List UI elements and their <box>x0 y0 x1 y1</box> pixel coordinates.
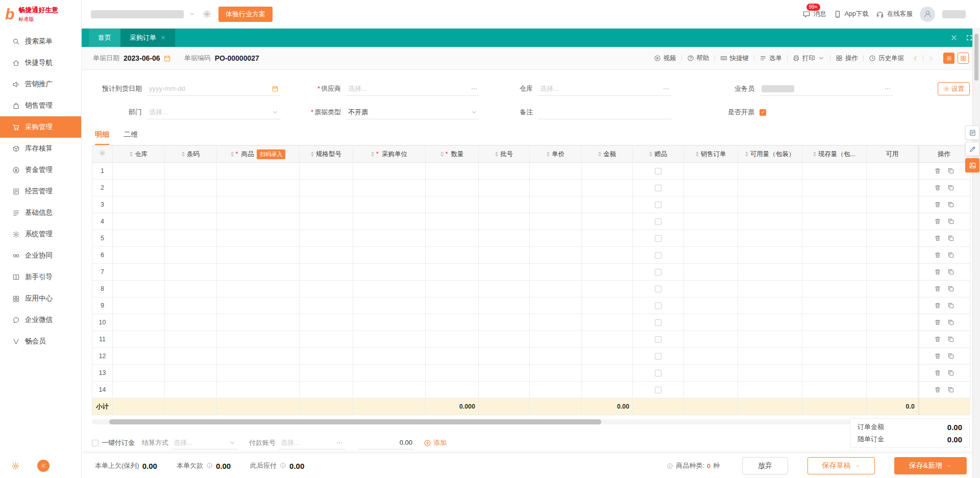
grid-cell-barcode[interactable] <box>165 163 217 180</box>
grid-cell-unit[interactable] <box>353 196 426 213</box>
toolbar-action-printer[interactable]: 打印 <box>793 54 825 63</box>
grid-cell-available[interactable] <box>867 331 918 348</box>
grid-cell-barcode[interactable] <box>165 297 217 314</box>
horizontal-scrollbar[interactable] <box>92 419 970 424</box>
copy-row-button[interactable] <box>947 217 954 225</box>
grid-cell-unit[interactable] <box>353 213 426 230</box>
sort-icon[interactable] <box>182 152 185 157</box>
gift-checkbox[interactable] <box>655 252 662 259</box>
sidebar-item-doc[interactable]: 基础信息 <box>0 202 81 223</box>
gift-checkbox[interactable] <box>655 387 662 393</box>
grid-cell-batch[interactable] <box>479 163 530 180</box>
chevron-down-icon[interactable] <box>229 439 236 446</box>
sidebar-item-chat[interactable]: 企业微信 <box>0 309 81 331</box>
warehouse-input[interactable]: 选择... <box>538 82 672 96</box>
header-gear-icon[interactable] <box>203 10 211 18</box>
sidebar-item-book[interactable]: 新手引导 <box>0 266 81 288</box>
grid-cell-barcode[interactable] <box>165 365 217 382</box>
grid-cell-sales_order[interactable] <box>684 213 738 230</box>
grid-cell-batch[interactable] <box>479 348 530 365</box>
ellipsis-icon[interactable] <box>336 439 343 446</box>
grid-cell-sales_order[interactable] <box>684 196 738 213</box>
grid-cell-available_pack[interactable] <box>738 247 802 264</box>
chevron-down-icon[interactable] <box>471 109 478 116</box>
grid-cell-amount[interactable] <box>582 247 633 264</box>
grid-cell-batch[interactable] <box>479 314 530 331</box>
chevron-down-icon[interactable] <box>272 109 279 116</box>
pen-tool-button[interactable] <box>965 142 979 156</box>
grid-cell-spec[interactable] <box>300 365 353 382</box>
grid-cell-stock_pack[interactable] <box>802 365 867 382</box>
grid-cell-barcode[interactable] <box>165 281 217 297</box>
grid-cell-price[interactable] <box>530 382 582 398</box>
grid-cell-available_pack[interactable] <box>738 163 802 180</box>
grid-cell-stock_pack[interactable] <box>802 331 867 348</box>
grid-cell-barcode[interactable] <box>165 348 217 365</box>
delete-row-button[interactable] <box>934 200 941 209</box>
grid-cell-product[interactable] <box>217 382 300 398</box>
copy-row-button[interactable] <box>947 301 954 310</box>
grid-view-toggle[interactable] <box>958 53 969 64</box>
sidebar-item-apps[interactable]: 应用中心 <box>0 288 81 309</box>
grid-cell-barcode[interactable] <box>165 382 217 398</box>
grid-cell-warehouse[interactable] <box>113 180 165 196</box>
grid-cell-warehouse[interactable] <box>113 331 165 348</box>
copy-row-button[interactable] <box>947 318 954 326</box>
grid-cell-product[interactable] <box>217 230 300 247</box>
grid-cell-available[interactable] <box>867 196 918 213</box>
grid-cell-warehouse[interactable] <box>113 230 165 247</box>
grid-cell-available[interactable] <box>867 281 918 297</box>
grid-cell-qty[interactable] <box>426 382 479 398</box>
sort-icon[interactable] <box>745 152 748 157</box>
grid-cell-batch[interactable] <box>479 264 530 281</box>
grid-cell-available[interactable] <box>867 382 918 398</box>
grid-cell-amount[interactable] <box>582 348 633 365</box>
grid-cell-available[interactable] <box>867 365 918 382</box>
grid-cell-available_pack[interactable] <box>738 382 802 398</box>
delete-row-button[interactable] <box>934 217 941 225</box>
grid-cell-price[interactable] <box>530 365 582 382</box>
grid-cell-spec[interactable] <box>300 331 353 348</box>
grid-cell-amount[interactable] <box>582 163 633 180</box>
grid-cell-spec[interactable] <box>300 247 353 264</box>
copy-row-button[interactable] <box>947 167 954 175</box>
toolbar-action-history[interactable]: 历史单据 <box>869 54 904 63</box>
sort-icon[interactable] <box>547 152 550 157</box>
grid-cell-price[interactable] <box>530 297 582 314</box>
grid-cell-price[interactable] <box>530 348 582 365</box>
gift-checkbox[interactable] <box>655 218 662 225</box>
grid-cell-product[interactable] <box>217 163 300 180</box>
grid-cell-available[interactable] <box>867 163 918 180</box>
grid-cell-spec[interactable] <box>300 230 353 247</box>
sort-icon[interactable] <box>311 152 314 157</box>
grid-cell-barcode[interactable] <box>165 314 217 331</box>
toolbar-action-question[interactable]: 帮助 <box>687 54 709 63</box>
grid-cell-spec[interactable] <box>300 314 353 331</box>
grid-cell-price[interactable] <box>530 281 582 297</box>
calendar-icon[interactable] <box>272 85 279 92</box>
org-select-dropdown[interactable] <box>91 10 195 18</box>
copy-row-button[interactable] <box>947 352 954 360</box>
grid-cell-available_pack[interactable] <box>738 281 802 297</box>
grid-cell-product[interactable] <box>217 365 300 382</box>
grid-cell-stock_pack[interactable] <box>802 247 867 264</box>
copy-row-button[interactable] <box>947 285 954 293</box>
grid-cell-qty[interactable] <box>426 297 479 314</box>
grid-cell-unit[interactable] <box>353 264 426 281</box>
grid-cell-available_pack[interactable] <box>738 348 802 365</box>
grid-cell-unit[interactable] <box>353 348 426 365</box>
remark-input[interactable] <box>538 105 672 119</box>
copy-row-button[interactable] <box>947 268 954 276</box>
grid-cell-barcode[interactable] <box>165 213 217 230</box>
grid-cell-spec[interactable] <box>300 213 353 230</box>
grid-cell-barcode[interactable] <box>165 180 217 196</box>
list-view-toggle[interactable] <box>943 53 954 64</box>
grid-cell-warehouse[interactable] <box>113 297 165 314</box>
grid-cell-available_pack[interactable] <box>738 213 802 230</box>
grid-cell-available[interactable] <box>867 213 918 230</box>
grid-cell-stock_pack[interactable] <box>802 382 867 398</box>
sidebar-item-report[interactable]: 经营管理 <box>0 181 81 202</box>
grid-cell-qty[interactable] <box>426 163 479 180</box>
grid-cell-batch[interactable] <box>479 297 530 314</box>
doc-date-value[interactable]: 2023-06-06 <box>124 54 160 62</box>
